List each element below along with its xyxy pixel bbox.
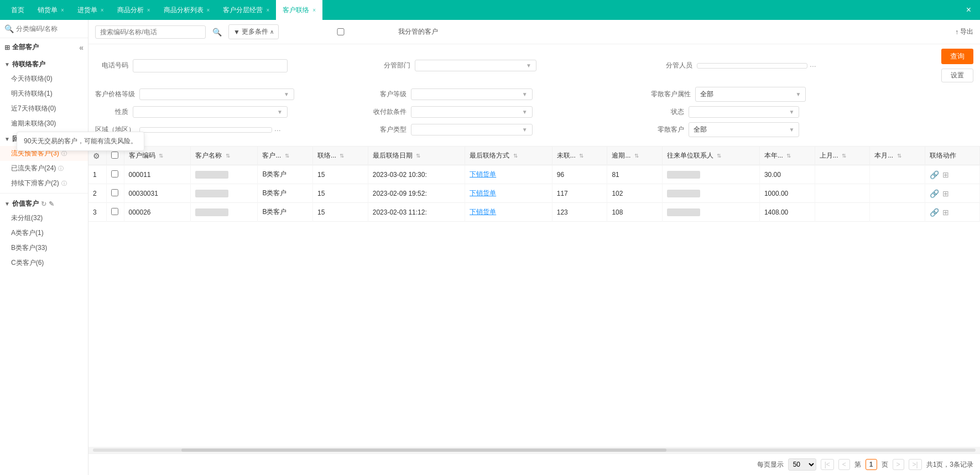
- settings-gear-icon[interactable]: ⚙: [93, 152, 100, 160]
- row-checkbox-2[interactable]: [111, 208, 118, 215]
- sidebar-item-c-class[interactable]: C类客户(6): [0, 255, 88, 270]
- action-grid-icon[interactable]: ⊞: [942, 170, 949, 179]
- action-link-icon[interactable]: 🔗: [930, 208, 939, 217]
- cell-this-month: [870, 203, 925, 222]
- sidebar-item-a-class[interactable]: A类客户(1): [0, 226, 88, 241]
- value-refresh-icon[interactable]: ↻: [41, 200, 46, 208]
- sidebar-item-tomorrow-contact[interactable]: 明天待联络(1): [0, 86, 88, 101]
- cell-name: [191, 165, 258, 184]
- price-level-select[interactable]: ▼: [139, 88, 294, 100]
- status-select[interactable]: ▼: [689, 106, 799, 118]
- nav-sales[interactable]: 销货单 ×: [31, 0, 71, 20]
- cell-last-way[interactable]: 下销货单: [465, 165, 552, 184]
- nav-home[interactable]: 首页: [4, 0, 31, 20]
- sidebar-collapse-btn[interactable]: «: [79, 43, 84, 52]
- value-arrow-icon: ▼: [4, 201, 10, 207]
- cell-type: B类客户: [258, 203, 313, 222]
- sidebar-group-pending[interactable]: ▼ 待联络客户: [0, 56, 88, 71]
- settings-button[interactable]: 设置: [941, 69, 973, 82]
- close-sales-tab[interactable]: ×: [61, 7, 64, 13]
- sidebar-search-input[interactable]: [16, 25, 88, 33]
- sidebar-item-declining[interactable]: 持续下滑客户(2) ⓘ: [0, 176, 88, 191]
- filter-icon: ▼: [233, 28, 240, 36]
- nav-customer-contact[interactable]: 客户联络 ×: [276, 0, 322, 20]
- phone-label: 电话号码: [95, 61, 128, 70]
- horizontal-scrollbar[interactable]: [88, 447, 980, 453]
- next-page-btn[interactable]: >: [893, 459, 904, 470]
- scroll-thumb[interactable]: [181, 448, 667, 452]
- manager-ellipsis[interactable]: ···: [807, 61, 819, 70]
- close-customer-layer-tab[interactable]: ×: [266, 7, 269, 13]
- search-input[interactable]: [95, 25, 206, 39]
- sidebar-all-customers[interactable]: ⊞ 全部客户 «: [0, 38, 88, 56]
- nav-customer-layer[interactable]: 客户分层经营 ×: [216, 0, 276, 20]
- select-all-checkbox[interactable]: [111, 152, 118, 159]
- advanced-filter: 电话号码 分管部门 ▼ 分管人员 ···: [88, 44, 980, 147]
- payment-select[interactable]: ▼: [411, 106, 533, 118]
- my-customers-checkbox-label[interactable]: 我分管的客户: [285, 27, 438, 36]
- window-close-button[interactable]: ×: [962, 5, 976, 15]
- value-edit-icon[interactable]: ✎: [49, 200, 54, 208]
- sidebar-item-7days-contact[interactable]: 近7天待联络(0): [0, 101, 88, 116]
- action-grid-icon[interactable]: ⊞: [942, 208, 949, 217]
- nav-analysis-list[interactable]: 商品分析列表 ×: [157, 0, 217, 20]
- cell-overdue: 81: [607, 165, 663, 184]
- cell-last-way[interactable]: 下销货单: [465, 184, 552, 203]
- row-checkbox-0[interactable]: [111, 170, 118, 178]
- my-customers-checkbox[interactable]: [285, 28, 396, 35]
- nature-select[interactable]: ▼: [133, 106, 288, 118]
- prev-page-btn[interactable]: <: [838, 459, 850, 470]
- sort-type-icon: ⇅: [285, 153, 289, 159]
- action-grid-icon[interactable]: ⊞: [942, 189, 949, 198]
- table-row: 3 000026 B类客户 15 2023-02-03 11:12: 下销货单 …: [88, 203, 980, 222]
- nature-label: 性质: [95, 107, 128, 117]
- close-customer-contact-tab[interactable]: ×: [312, 7, 316, 13]
- cell-code: 000011: [124, 165, 191, 184]
- sidebar-item-unclassified[interactable]: 未分组(32): [0, 211, 88, 226]
- grid-icon: ⊞: [4, 44, 10, 51]
- cell-name: [191, 184, 258, 203]
- nav-analysis[interactable]: 商品分析 ×: [111, 0, 157, 20]
- cell-last-way[interactable]: 下销货单: [465, 203, 552, 222]
- customer-type-select[interactable]: ▼: [411, 124, 533, 135]
- per-page-select[interactable]: 50 100 200: [788, 458, 816, 471]
- query-button[interactable]: 查询: [941, 49, 973, 64]
- sidebar-item-b-class[interactable]: B类客户(33): [0, 241, 88, 255]
- cell-code: 00030031: [124, 184, 191, 203]
- action-link-icon[interactable]: 🔗: [930, 170, 939, 179]
- manager-select[interactable]: [697, 63, 807, 69]
- nav-purchase[interactable]: 进货单 ×: [71, 0, 111, 20]
- department-select[interactable]: ▼: [415, 60, 536, 71]
- region-select[interactable]: [139, 127, 272, 133]
- close-analysis-list-tab[interactable]: ×: [207, 7, 210, 13]
- cell-action: 🔗 ⊞: [925, 165, 979, 184]
- row-checkbox-1[interactable]: [111, 189, 118, 196]
- filter-actions: 查询 设置: [941, 49, 973, 82]
- churn-tooltip: 90天无交易的客户，可能有流失风险。: [17, 132, 88, 151]
- cell-check[interactable]: [106, 203, 124, 222]
- sidebar-item-churned[interactable]: 已流失客户(24) ⓘ: [0, 161, 88, 176]
- sidebar-item-overdue-contact[interactable]: 逾期未联络(30): [0, 116, 88, 131]
- phone-input[interactable]: [133, 59, 288, 72]
- retail-select[interactable]: 全部 ▼: [689, 122, 799, 137]
- close-analysis-tab[interactable]: ×: [147, 7, 150, 13]
- close-purchase-tab[interactable]: ×: [101, 7, 104, 13]
- export-btn[interactable]: ↑ 导出: [955, 27, 973, 36]
- cell-unit-contact: [663, 184, 760, 203]
- cell-type: B类客户: [258, 165, 313, 184]
- last-page-btn[interactable]: >|: [909, 459, 922, 470]
- cell-index: 3: [88, 203, 106, 222]
- department-label: 分管部门: [377, 61, 410, 70]
- sidebar-group-value[interactable]: ▼ 价值客户 ↻ ✎: [0, 196, 88, 211]
- level-select[interactable]: ▼: [411, 88, 533, 100]
- more-conditions-btn[interactable]: ▼ 更多条件 ∧: [228, 24, 279, 39]
- sidebar-item-today-contact[interactable]: 今天待联络(0): [0, 71, 88, 86]
- retail-attr-select[interactable]: 全部 ▼: [695, 87, 806, 102]
- cell-check[interactable]: [106, 184, 124, 203]
- first-page-btn[interactable]: |<: [821, 459, 834, 470]
- action-link-icon[interactable]: 🔗: [930, 189, 939, 198]
- region-ellipsis[interactable]: ···: [272, 126, 283, 134]
- search-icon[interactable]: 🔍: [212, 28, 222, 36]
- th-last-way: 最后联络方式 ⇅: [465, 147, 552, 165]
- cell-check[interactable]: [106, 165, 124, 184]
